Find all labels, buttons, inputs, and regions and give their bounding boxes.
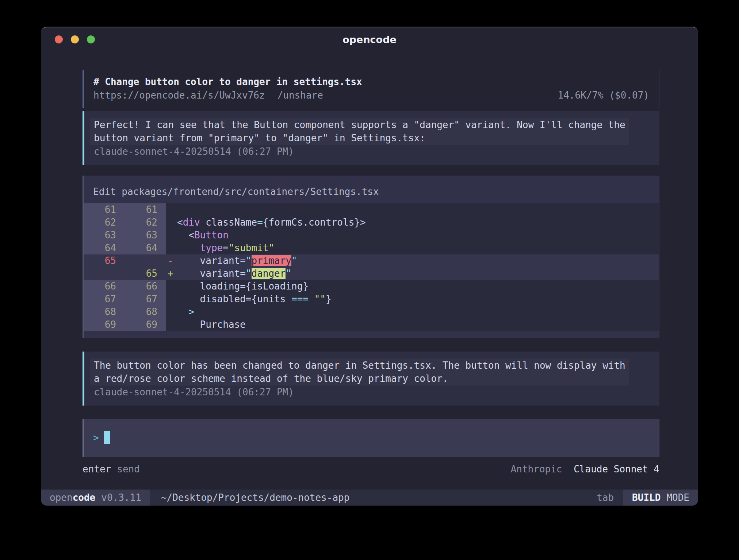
code-token: > — [188, 306, 194, 317]
zoom-window-button[interactable] — [87, 35, 95, 43]
old-line-number: 69 — [84, 318, 125, 331]
new-line-number: 67 — [125, 293, 166, 306]
tab-key-hint: tab — [597, 492, 614, 503]
diff-marker — [166, 318, 177, 331]
app-name-prefix: open — [50, 492, 73, 503]
send-action-hint: send — [117, 463, 140, 476]
app-version-segment: opencode v0.3.11 — [41, 490, 150, 506]
code-token: {formCs.controls}> — [263, 217, 366, 228]
diff-marker: - — [166, 254, 177, 267]
session-title: # Change button color to danger in setti… — [93, 75, 649, 89]
code-token: variant — [177, 268, 240, 279]
old-line-number: 62 — [84, 216, 125, 229]
mode-toggle[interactable]: BUILD MODE — [623, 490, 698, 506]
code-token: " — [246, 255, 252, 266]
close-window-button[interactable] — [55, 35, 63, 43]
diff-code-line: <Button — [177, 229, 659, 242]
code-token: danger — [252, 268, 286, 279]
session-header: # Change button color to danger in setti… — [83, 70, 659, 108]
code-token — [177, 242, 200, 253]
unshare-command[interactable]: /unshare — [277, 89, 323, 102]
new-line-number: 62 — [125, 216, 166, 229]
diff-row: 6666 loading={isLoading} — [84, 280, 659, 293]
diff-code-line: variant="danger" — [177, 267, 659, 280]
diff-row: 6969 Purchase — [84, 318, 659, 331]
new-line-number: 69 — [125, 318, 166, 331]
diff-row: 6767 disabled={units === ""} — [84, 293, 659, 306]
token-cost-stats: 14.6K/7% ($0.07) — [558, 89, 649, 102]
session-scroll-area[interactable]: # Change button color to danger in setti… — [41, 70, 698, 476]
diff-row: 6868 > — [84, 306, 659, 318]
diff-row: 6363 <Button — [84, 229, 659, 242]
code-token: className — [200, 217, 257, 228]
code-token: === — [291, 294, 309, 304]
code-token: variant — [177, 255, 240, 266]
diff-marker — [166, 293, 177, 306]
diff-row: 6262<div className={formCs.controls}> — [84, 216, 659, 229]
diff-code-line: type="submit" — [177, 242, 659, 254]
prompt-input[interactable]: > — [83, 419, 659, 457]
new-line-number — [125, 254, 166, 267]
code-token: < — [177, 217, 183, 228]
provider-name: Anthropic — [511, 464, 562, 475]
assistant-message-meta: claude-sonnet-4-20250514 (06:27 PM) — [94, 145, 650, 158]
edit-tool-card: Edit packages/frontend/src/containers/Se… — [83, 176, 659, 338]
assistant-message: The button color has been changed to dan… — [83, 352, 659, 406]
assistant-message: Perfect! I can see that the Button compo… — [83, 111, 659, 165]
status-bar: opencode v0.3.11 ~/Desktop/Projects/demo… — [41, 490, 698, 506]
assistant-message-text: Perfect! I can see that the Button compo… — [90, 118, 629, 145]
code-token: primary — [252, 255, 292, 266]
old-line-number — [84, 267, 125, 280]
code-token: " — [246, 268, 252, 279]
edit-tool-title: Edit packages/frontend/src/containers/Se… — [84, 185, 659, 203]
diff-code-line: > — [177, 306, 659, 318]
input-hint-row: enter send Anthropic Claude Sonnet 4 — [83, 463, 659, 476]
new-line-number: 65 — [125, 267, 166, 280]
traffic-lights — [55, 35, 95, 43]
diff-row: 65- variant="primary" — [84, 254, 659, 267]
code-token: "submit" — [229, 242, 274, 253]
model-name: Claude Sonnet 4 — [574, 464, 659, 475]
code-token: = — [240, 268, 246, 279]
code-token: } — [326, 294, 332, 304]
diff-code-line: loading={isLoading} — [177, 280, 659, 293]
code-token: = — [223, 242, 229, 253]
diff-code-line: disabled={units === ""} — [177, 293, 659, 306]
code-token: < — [177, 230, 194, 241]
code-token: {isLoading} — [246, 281, 309, 292]
mode-label: MODE — [666, 492, 689, 503]
new-line-number: 64 — [125, 242, 166, 254]
share-url-link[interactable]: https://opencode.ai/s/UwJxv76z — [93, 89, 265, 102]
new-line-number: 66 — [125, 280, 166, 293]
diff-code-line: <div className={formCs.controls}> — [177, 216, 659, 229]
code-token: loading — [177, 281, 240, 292]
enter-key-hint: enter — [83, 463, 111, 476]
code-token: "" — [314, 294, 326, 304]
new-line-number: 68 — [125, 306, 166, 318]
code-token: " — [286, 268, 291, 279]
diff-marker — [166, 280, 177, 293]
diff-row: 6464 type="submit" — [84, 242, 659, 254]
app-version: v0.3.11 — [101, 492, 141, 503]
old-line-number: 66 — [84, 280, 125, 293]
assistant-message-meta: claude-sonnet-4-20250514 (06:27 PM) — [94, 386, 650, 399]
code-token: = — [240, 255, 246, 266]
diff-marker — [166, 306, 177, 318]
code-token: {units — [252, 294, 292, 304]
old-line-number: 63 — [84, 229, 125, 242]
model-indicator: Anthropic Claude Sonnet 4 — [511, 463, 659, 476]
app-name-suffix: code — [73, 492, 96, 503]
code-token: type — [200, 242, 223, 253]
old-line-number: 67 — [84, 293, 125, 306]
diff-marker — [166, 203, 177, 216]
new-line-number: 61 — [125, 203, 166, 216]
diff-row: 65+ variant="danger" — [84, 267, 659, 280]
minimize-window-button[interactable] — [71, 35, 79, 43]
old-line-number: 68 — [84, 306, 125, 318]
old-line-number: 64 — [84, 242, 125, 254]
diff-marker — [166, 242, 177, 254]
diff-code-line — [177, 203, 659, 216]
diff-code-line: variant="primary" — [177, 254, 659, 267]
working-directory: ~/Desktop/Projects/demo-notes-app — [161, 492, 350, 503]
titlebar: opencode — [41, 27, 698, 51]
